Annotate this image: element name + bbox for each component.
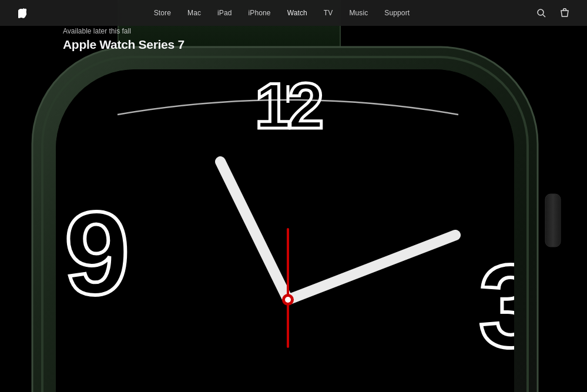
nav-item-support[interactable]: Support — [376, 0, 418, 26]
nav-item-music[interactable]: Music — [341, 0, 376, 26]
nav-item-tv[interactable]: TV — [316, 0, 341, 26]
svg-rect-16 — [545, 194, 561, 247]
nav-item-watch[interactable]: Watch — [279, 0, 316, 26]
availability-text: Available later this fall — [63, 27, 185, 35]
nav-item-store[interactable]: Store — [146, 0, 179, 26]
svg-point-0 — [538, 9, 544, 15]
svg-text:12: 12 — [255, 69, 321, 142]
shopping-bag-button[interactable] — [554, 0, 575, 26]
search-button[interactable] — [531, 0, 552, 26]
apple-logo-button[interactable] — [12, 8, 33, 18]
product-info-overlay: Available later this fall Apple Watch Se… — [63, 27, 185, 52]
svg-text:9: 9 — [64, 187, 129, 319]
svg-line-1 — [543, 15, 545, 17]
nav-items-container: Store Mac iPad iPhone Watch TV Music Sup… — [33, 0, 531, 26]
hero-section: 12 9 3 — [0, 0, 587, 392]
nav-item-iphone[interactable]: iPhone — [240, 0, 279, 26]
nav-icons-container — [531, 0, 575, 26]
nav-item-mac[interactable]: Mac — [179, 0, 209, 26]
svg-point-15 — [285, 297, 291, 303]
navigation-bar: Store Mac iPad iPhone Watch TV Music Sup… — [0, 0, 587, 26]
nav-item-ipad[interactable]: iPad — [209, 0, 240, 26]
product-title: Apple Watch Series 7 — [63, 38, 185, 52]
watch-illustration: 12 9 3 — [0, 0, 587, 392]
